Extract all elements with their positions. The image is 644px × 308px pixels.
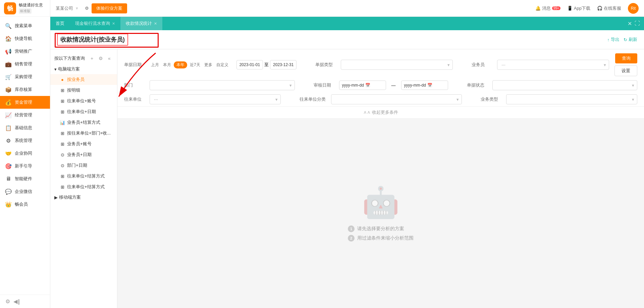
- sidebar-item-finance[interactable]: 💰 资金管理: [0, 96, 50, 109]
- date-end-input[interactable]: 2023-12-31: [270, 60, 297, 69]
- scheme-item-partner-settle1-label: 往来单位+结算方式: [67, 173, 105, 179]
- scheme-item-partner-settle2[interactable]: ⊞ 往来单位+结算方式: [50, 182, 117, 192]
- scheme-panel: 按以下方案查询 + ⚙ « ▾ 电脑端方案 ● 按业务员 ⊞: [50, 49, 117, 308]
- query-button[interactable]: 查询: [615, 53, 637, 63]
- sidebar-item-system[interactable]: ⚙ 系统管理: [0, 134, 50, 147]
- scheme-item-staff-account[interactable]: ⊞ 业务员+账号: [50, 139, 117, 149]
- sidebar-item-marketing[interactable]: 📢 营销推广: [0, 45, 50, 58]
- dept-arrow-icon: ▾: [289, 83, 292, 88]
- sidebar-item-label-wechat: 企业微信: [15, 189, 32, 195]
- sidebar-item-label-member: 畅会员: [15, 201, 28, 207]
- company-name: 某某公司: [56, 5, 73, 11]
- logo-text: 畅捷通好生意: [19, 3, 43, 8]
- close-tab-icon[interactable]: ✕: [628, 20, 632, 27]
- date-custom[interactable]: 自定义: [215, 61, 230, 68]
- scheme-item-partner-date[interactable]: ⊞ 往来单位+日期: [50, 106, 117, 117]
- scheme-item-detail[interactable]: ⊞ 按明细: [50, 85, 117, 96]
- partner-more-icon[interactable]: ···: [153, 97, 159, 102]
- breadcrumb-chevron-icon[interactable]: ▾: [76, 6, 78, 11]
- scheme-group-mobile-header[interactable]: ▶ 移动端方案: [50, 192, 117, 202]
- tab-home[interactable]: 首页: [50, 17, 70, 30]
- empty-robot-icon: 🤖: [362, 185, 399, 220]
- scheme-item-partner-settle2-label: 往来单位+结算方式: [67, 184, 105, 190]
- review-start-input[interactable]: yyyy-mm-dd 📅: [339, 81, 386, 90]
- biz-type-select[interactable]: ▾: [506, 94, 637, 104]
- calendar-end-icon[interactable]: 📅: [427, 83, 432, 88]
- enterprise-icon: 🤝: [5, 150, 11, 156]
- sidebar-footer: ⚙ ◀‖: [0, 295, 50, 308]
- topbar: 某某公司 ▾ ⚙ 体验行业方案 🔔 消息 99+ 📱 App下载 🎧 在线客服 …: [50, 0, 644, 17]
- chevron-down-icon: ▾: [54, 67, 57, 72]
- scheme-settings-button[interactable]: ⚙: [97, 55, 104, 62]
- user-avatar[interactable]: Rit: [628, 3, 639, 14]
- scheme-item-staff-date-label: 业务员+日期: [67, 152, 92, 158]
- scheme-collapse-button[interactable]: «: [106, 55, 113, 62]
- sidebar-item-label-purchase: 采购管理: [15, 74, 32, 80]
- sidebar-item-basic[interactable]: 📋 基础信息: [0, 121, 50, 134]
- calendar-icon[interactable]: 📅: [365, 83, 370, 88]
- download-icon: 📱: [567, 6, 573, 11]
- sidebar-item-label-sales: 销售管理: [15, 61, 32, 67]
- export-button[interactable]: ↑ 导出: [607, 37, 620, 43]
- sidebar-item-hardware[interactable]: 🖥 智能硬件: [0, 172, 50, 185]
- app-download-button[interactable]: 📱 App下载: [567, 5, 590, 11]
- sidebar-item-purchase[interactable]: 🛒 采购管理: [0, 70, 50, 83]
- doc-status-select[interactable]: ▾: [492, 80, 638, 90]
- settings-footer-icon[interactable]: ⚙: [5, 298, 10, 305]
- scheme-item-partner-account[interactable]: ⊞ 往来单位+账号: [50, 96, 117, 106]
- topbar-right: 🔔 消息 99+ 📱 App下载 🎧 在线客服 Rit: [535, 3, 639, 14]
- sidebar-item-wechat[interactable]: 💬 企业微信: [0, 185, 50, 198]
- scheme-item-partner-settle1[interactable]: ⊞ 往来单位+结算方式: [50, 171, 117, 182]
- collapse-label: 收起更多条件: [372, 110, 398, 115]
- tab-collection-stats[interactable]: 收款情况统计 ✕: [120, 17, 162, 30]
- scheme-item-staff-date[interactable]: ⊙ 业务员+日期: [50, 149, 117, 160]
- sidebar-item-sales[interactable]: 💼 销售管理: [0, 58, 50, 70]
- staff-more-icon[interactable]: ···: [500, 62, 507, 67]
- date-last-month[interactable]: 上月: [150, 61, 160, 68]
- sidebar-item-guide[interactable]: 🎯 新手引导: [0, 160, 50, 172]
- dept-select[interactable]: ▾: [150, 80, 295, 90]
- doc-type-select[interactable]: ▾: [341, 60, 453, 70]
- scheme-group-desktop-header[interactable]: ▾ 电脑端方案: [50, 64, 117, 74]
- date-this-year[interactable]: 本年: [174, 61, 187, 68]
- online-service-button[interactable]: 🎧 在线客服: [597, 5, 621, 11]
- scheme-group-desktop-label: 电脑端方案: [58, 66, 80, 72]
- chevron-right-icon: ▶: [54, 195, 58, 200]
- date-start-input[interactable]: 2023-01-01: [236, 60, 263, 69]
- scheme-add-button[interactable]: +: [88, 55, 96, 62]
- date-this-month[interactable]: 本月: [162, 61, 172, 68]
- messages-button[interactable]: 🔔 消息 99+: [535, 5, 560, 11]
- maximize-tab-icon[interactable]: ⛶: [635, 20, 640, 27]
- staff-label: 业务员: [472, 62, 492, 68]
- sidebar-item-search[interactable]: 🔍 搜索菜单: [0, 19, 50, 32]
- sidebar-item-inventory[interactable]: 📦 库存核算: [0, 83, 50, 96]
- scheme-item-staff-settle[interactable]: 📊 业务员+结算方式: [50, 117, 117, 128]
- date-7days[interactable]: 近7天: [189, 61, 202, 68]
- review-end-input[interactable]: yyyy-mm-dd 📅: [401, 81, 448, 90]
- sidebar-item-enterprise[interactable]: 🤝 企业协同: [0, 147, 50, 160]
- tab-collection-stats-close[interactable]: ✕: [154, 21, 157, 26]
- staff-select[interactable]: ··· ▾: [497, 60, 609, 70]
- review-start-placeholder: yyyy-mm-dd: [342, 83, 364, 88]
- partner-cat-arrow-icon: ▾: [457, 97, 459, 102]
- scheme-item-dept-date[interactable]: ⊙ 部门+日期: [50, 160, 117, 171]
- collapse-sidebar-icon[interactable]: ◀‖: [13, 298, 20, 305]
- tab-bank-flow-close[interactable]: ✕: [112, 21, 115, 26]
- scheme-item-by-staff[interactable]: ● 按业务员: [50, 74, 117, 85]
- tab-bank-flow[interactable]: 现金银行流水查询 ✕: [70, 17, 120, 30]
- doc-status-arrow-icon: ▾: [632, 83, 634, 88]
- partner-category-select[interactable]: ▾: [331, 94, 462, 104]
- sidebar-item-quick-nav[interactable]: 🏠 快捷导航: [0, 32, 50, 45]
- sidebar-item-operations[interactable]: 📈 经营管理: [0, 109, 50, 121]
- refresh-button[interactable]: ↻ 刷新: [624, 37, 637, 43]
- scheme-item-partner-dept[interactable]: ⊞ 按往来单位+部门+收...: [50, 128, 117, 139]
- settings-button[interactable]: 设置: [614, 65, 637, 76]
- sidebar-item-member[interactable]: 👑 畅会员: [0, 198, 50, 211]
- partner-dept-icon: ⊞: [60, 131, 65, 136]
- trial-button[interactable]: 体验行业方案: [92, 3, 127, 13]
- topbar-settings-icon[interactable]: ⚙: [85, 6, 89, 11]
- partner-select[interactable]: ··· ▾: [150, 94, 281, 104]
- collapse-bar[interactable]: ∧∧ 收起更多条件: [117, 106, 644, 118]
- date-more[interactable]: 更多: [203, 61, 214, 68]
- review-end-placeholder: yyyy-mm-dd: [404, 83, 426, 88]
